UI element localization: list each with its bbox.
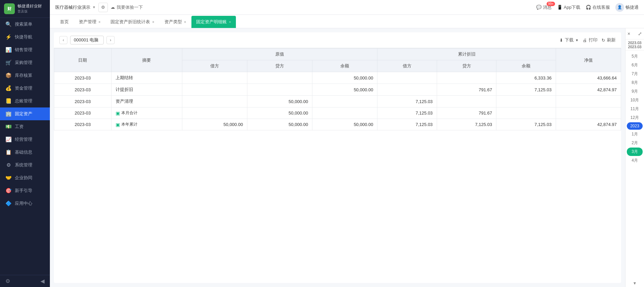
tag-icon: ▣ — [116, 110, 120, 116]
tab-close-icon[interactable]: × — [229, 20, 231, 24]
cell-orig-debit — [182, 107, 247, 119]
cell-accum-credit: 7,125.03 — [437, 119, 496, 130]
tab-bar: 首页 资产管理 × 固定资产折旧统计表 × 资产类型 × 固定资产明细账 × — [50, 15, 644, 28]
tab-close-icon[interactable]: × — [152, 20, 154, 24]
cell-summary: 资产清理 — [111, 96, 182, 107]
asset-selector-bar: ‹ 000001 电脑 › ⬇ 下载 ▼ 🖨 打印 — [54, 32, 621, 48]
cell-net-value: 42,874.97 — [556, 119, 621, 130]
tab-assetdetail[interactable]: 固定资产明细账 × — [191, 16, 236, 28]
sidebar-item-collab[interactable]: 🤝 企业协同 — [0, 171, 50, 184]
col-accum-credit: 贷方 — [437, 60, 496, 72]
tab-close-icon[interactable]: × — [184, 20, 186, 24]
timeline-month-item[interactable]: 6月 — [627, 61, 643, 69]
summary-tag: ▣本年累计 — [116, 122, 137, 127]
collapse-icon[interactable]: ◀ — [40, 278, 44, 284]
cell-net-value — [556, 96, 621, 107]
sidebar-item-label: 销售管理 — [15, 47, 32, 53]
sidebar-item-basic[interactable]: 📋 基础信息 — [0, 146, 50, 159]
timeline-expand-button[interactable]: ⤢ — [638, 31, 642, 36]
table-row: 2023-03 资产清理 50,000.00 7,125.03 — [54, 96, 621, 107]
timeline-close-button[interactable]: × — [627, 31, 630, 36]
cell-accum-credit: 791.67 — [437, 84, 496, 96]
sidebar-item-label: 总账管理 — [15, 98, 32, 104]
message-button[interactable]: 💬 消息 99+ — [536, 4, 552, 10]
ops-icon: 📈 — [5, 136, 11, 142]
tab-assettype[interactable]: 资产类型 × — [160, 16, 191, 28]
sidebar-item-quicknav[interactable]: ⚡ 快捷导航 — [0, 31, 50, 43]
timeline-month-item[interactable]: 11月 — [627, 105, 643, 113]
dropdown-arrow-icon: ▼ — [92, 5, 96, 9]
sidebar-item-fixedasset[interactable]: 🏢 固定资产 — [0, 107, 50, 120]
tab-assetdetail-label: 固定资产明细账 — [196, 19, 227, 25]
sidebar-item-apps[interactable]: 🔷 应用中心 — [0, 197, 50, 210]
tab-home-label: 首页 — [60, 19, 69, 25]
download-icon: ⬇ — [559, 38, 563, 43]
timeline-month-item[interactable]: 12月 — [627, 114, 643, 122]
timeline-month-item[interactable]: 9月 — [627, 87, 643, 96]
cell-orig-credit: 50,000.00 — [247, 119, 312, 130]
message-icon: 💬 — [536, 5, 542, 10]
system-icon: ⚙ — [5, 162, 11, 168]
company-selector[interactable]: 医疗器械行业演示 ▼ — [55, 4, 96, 10]
cell-orig-balance: 50,000.00 — [312, 72, 377, 84]
experience-button[interactable]: ☁ 我要体验一下 — [111, 4, 143, 10]
timeline-month-item[interactable]: 10月 — [627, 96, 643, 104]
tag-icon: ▣ — [116, 122, 120, 127]
sidebar-item-search[interactable]: 🔍 搜索菜单 — [0, 18, 50, 31]
sidebar-logo: 财 畅捷通好业财 普及版 — [0, 0, 50, 18]
support-icon: 🎧 — [586, 5, 591, 10]
col-date: 日期 — [54, 49, 112, 72]
timeline-month-item[interactable]: 4月 — [627, 156, 643, 165]
timeline-down-arrow[interactable]: ▼ — [625, 280, 644, 287]
guide-icon: 🎯 — [5, 188, 11, 194]
sidebar-item-funds[interactable]: 💰 资金管理 — [0, 82, 50, 95]
cell-accum-balance — [496, 107, 556, 119]
tab-depreciation[interactable]: 固定资产折旧统计表 × — [106, 16, 159, 28]
sidebar-item-guide[interactable]: 🎯 新手引导 — [0, 184, 50, 197]
settings-icon[interactable]: ⚙ — [5, 278, 10, 284]
timeline-month-item[interactable]: 7月 — [627, 70, 643, 78]
tab-close-icon[interactable]: × — [98, 20, 100, 24]
timeline-month-item[interactable]: 2月 — [627, 139, 643, 147]
sidebar-item-payroll[interactable]: 💵 工资 — [0, 120, 50, 133]
sidebar-item-system[interactable]: ⚙ 系统管理 — [0, 159, 50, 171]
timeline-month-item[interactable]: 3月 — [627, 148, 643, 156]
asset-detail-table: 日期 摘要 原值 累计折旧 净值 借方 贷方 余额 借方 — [54, 48, 621, 130]
prev-asset-button[interactable]: ‹ — [59, 36, 67, 44]
top-header: 医疗器械行业演示 ▼ ⚙ ☁ 我要体验一下 💬 消息 99+ 📱 App下载 🎧… — [50, 0, 644, 15]
download-button[interactable]: 📱 App下载 — [557, 4, 580, 10]
sidebar-item-label: 经营管理 — [15, 136, 32, 142]
user-avatar[interactable]: 👤 畅捷通 — [615, 3, 639, 12]
sidebar-item-label: 企业协同 — [15, 175, 32, 181]
ledger-icon: 📒 — [5, 98, 11, 104]
cell-accum-debit — [377, 72, 437, 84]
tab-assetmgmt[interactable]: 资产管理 × — [74, 16, 105, 28]
cell-accum-balance: 7,125.03 — [496, 84, 556, 96]
support-button[interactable]: 🎧 在线客服 — [586, 4, 610, 10]
timeline-month-item[interactable]: 8月 — [627, 78, 643, 87]
sidebar-item-ops[interactable]: 📈 经营管理 — [0, 133, 50, 146]
settings-button[interactable]: ⚙ — [98, 3, 108, 12]
cell-orig-balance: 50,000.00 — [312, 119, 377, 130]
timeline-month-item[interactable]: 5月 — [627, 52, 643, 61]
refresh-button[interactable]: ↻ 刷新 — [602, 37, 616, 43]
sidebar-item-ledger[interactable]: 📒 总账管理 — [0, 95, 50, 107]
sidebar-item-sales[interactable]: 📊 销售管理 — [0, 43, 50, 56]
sidebar-bottom: ⚙ ◀ — [0, 275, 50, 287]
timeline-year[interactable]: 2023 — [627, 122, 643, 130]
print-button[interactable]: 🖨 打印 — [583, 37, 597, 43]
cell-orig-debit: 50,000.00 — [182, 119, 247, 130]
sidebar-item-purchase[interactable]: 🛒 采购管理 — [0, 56, 50, 69]
timeline-scroll[interactable]: 5月6月7月8月9月10月11月12月20231月2月3月4月 — [625, 51, 644, 280]
next-asset-button[interactable]: › — [106, 36, 115, 44]
tab-home[interactable]: 首页 — [55, 16, 73, 28]
print-icon: 🖨 — [583, 38, 587, 43]
download-button[interactable]: ⬇ 下载 ▼ — [559, 37, 579, 43]
cell-orig-debit — [182, 96, 247, 107]
timeline-month-item[interactable]: 1月 — [627, 130, 643, 138]
sidebar-item-inventory[interactable]: 📦 库存核算 — [0, 69, 50, 82]
quicknav-icon: ⚡ — [5, 34, 11, 40]
summary-tag: ▣本月合计 — [116, 110, 137, 116]
company-name: 医疗器械行业演示 — [55, 4, 90, 10]
refresh-icon: ↻ — [602, 38, 605, 43]
